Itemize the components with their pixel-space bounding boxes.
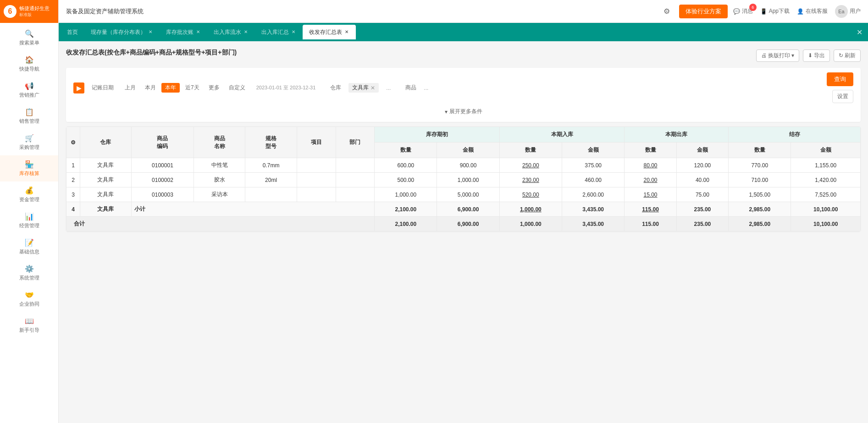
online-service-label: 在线客服: [806, 7, 828, 15]
header-actions: 🖨 换版打印 ▾ ⬇ 导出 ↻ 刷新: [756, 49, 861, 62]
tab-in-out-summary-close[interactable]: ✕: [291, 29, 296, 35]
table-row: 3 文具库 0100003 采访本 1,000.00 5,000.00 520.…: [66, 187, 861, 202]
finance-icon: 💰: [25, 186, 34, 195]
sidebar-item-label-basic-info: 基础信息: [19, 248, 39, 255]
print-btn[interactable]: 🖨 换版打印 ▾: [756, 49, 799, 62]
sidebar-item-purchase[interactable]: 🛒采购管理: [0, 129, 58, 155]
tabs-close-all[interactable]: ✕: [853, 28, 866, 37]
col-balance-amount-header: 金额: [791, 143, 861, 158]
query-btn[interactable]: 查询: [827, 72, 853, 86]
subtotal-out-qty[interactable]: 115.00: [625, 202, 676, 217]
refresh-btn[interactable]: ↻ 刷新: [834, 49, 861, 62]
filter-row-1: ▶ 记账日期 上月 本月 本年 近7天 更多 自定义 2023-01-01 至 …: [73, 72, 853, 103]
tab-batch-account-close[interactable]: ✕: [195, 29, 201, 35]
row-project: [297, 158, 336, 173]
row-goods-code: 0100001: [131, 158, 194, 173]
goods-more[interactable]: ...: [424, 85, 428, 91]
tab-in-out-flow[interactable]: 出入库流水 ✕: [207, 25, 255, 39]
tab-receive-summary-label: 收发存汇总表: [309, 28, 342, 36]
total-out-qty: 115.00: [625, 217, 676, 231]
date-btn-this-year[interactable]: 本年: [161, 83, 180, 93]
tab-receive-summary-close[interactable]: ✕: [344, 29, 349, 35]
sidebar-item-sales[interactable]: 📋销售管理: [0, 103, 58, 129]
sidebar-item-enterprise[interactable]: 🤝企业协同: [0, 286, 58, 312]
print-label: 换版打印: [768, 52, 790, 60]
basic-info-icon: 📝: [25, 238, 34, 247]
sidebar-item-operation[interactable]: 📊经营管理: [0, 208, 58, 234]
row-in-qty[interactable]: 520.00: [499, 187, 562, 202]
sidebar-item-search[interactable]: 🔍搜索菜单: [0, 25, 58, 51]
sidebar-item-finance[interactable]: 💰资金管理: [0, 181, 58, 208]
total-out-amount: 235.00: [676, 217, 728, 231]
sidebar-item-label-sales: 销售管理: [19, 118, 39, 125]
row-out-qty[interactable]: 15.00: [625, 187, 676, 202]
date-btn-last-month[interactable]: 上月: [121, 83, 139, 93]
col-in-header: 本期入库: [499, 127, 625, 143]
toggle-btn[interactable]: ▶: [73, 82, 84, 93]
total-balance-amount: 10,100.00: [791, 217, 861, 231]
tab-inventory-dist[interactable]: 现存量（库存分布表） ✕: [84, 25, 160, 39]
row-out-qty[interactable]: 80.00: [625, 158, 676, 173]
row-goods-spec: [245, 187, 297, 202]
date-range-text: 2023-01-01 至 2023-12-31: [256, 84, 316, 91]
total-in-amount: 3,435.00: [562, 217, 625, 231]
sidebar-item-marketing[interactable]: 📢营销推广: [0, 77, 58, 103]
warehouse-more[interactable]: ...: [386, 85, 391, 91]
tab-receive-summary[interactable]: 收发存汇总表 ✕: [303, 25, 356, 39]
subtotal-label: 小计: [131, 202, 374, 217]
row-no: 1: [66, 158, 80, 173]
settings-btn[interactable]: 设置: [832, 90, 853, 103]
row-in-amount: 460.00: [562, 173, 625, 187]
guide-icon: 📖: [25, 317, 34, 325]
tab-in-out-flow-close[interactable]: ✕: [243, 29, 249, 35]
row-in-qty[interactable]: 230.00: [499, 173, 562, 187]
sidebar-item-label-operation: 经营管理: [19, 222, 39, 229]
row-goods-code: 0100003: [131, 187, 194, 202]
sidebar-item-inventory[interactable]: 🏪库存核算: [0, 155, 58, 181]
col-goods-code-header: 商品编码: [131, 127, 194, 158]
app-download-btn[interactable]: 📱 App下载: [760, 7, 790, 15]
sidebar-item-guide[interactable]: 📖新手引导: [0, 312, 58, 338]
refresh-label: 刷新: [845, 52, 856, 60]
experience-btn[interactable]: 体验行业方案: [679, 5, 728, 18]
data-table: ⚙ 仓库 商品编码 商品名称 规格型号 项目 部门 库存期初 本期入库 本期出库…: [66, 126, 861, 231]
row-dept: [336, 158, 374, 173]
row-opening-amount: 900.00: [437, 158, 499, 173]
user-btn[interactable]: Ea 用户: [835, 5, 861, 18]
export-btn[interactable]: ⬇ 导出: [803, 49, 830, 62]
warehouse-tag-close[interactable]: ✕: [370, 85, 375, 91]
sidebar-item-label-marketing: 营销推广: [19, 92, 39, 99]
expand-more-btn[interactable]: ▾ 展开更多条件: [73, 106, 853, 117]
date-btn-custom[interactable]: 自定义: [225, 83, 249, 93]
subtotal-in-qty[interactable]: 1,000.00: [499, 202, 562, 217]
online-service-btn[interactable]: 👤 在线客服: [797, 7, 828, 15]
tab-inventory-dist-close[interactable]: ✕: [148, 29, 153, 35]
col-settings-header[interactable]: ⚙: [66, 127, 80, 158]
date-btn-7days[interactable]: 近7天: [182, 83, 203, 93]
sidebar-item-basic-info[interactable]: 📝基础信息: [0, 234, 58, 260]
sidebar-item-system[interactable]: ⚙️系统管理: [0, 260, 58, 286]
chevron-down-icon: ▾: [791, 52, 794, 59]
row-in-qty[interactable]: 250.00: [499, 158, 562, 173]
row-out-qty[interactable]: 20.00: [625, 173, 676, 187]
sidebar-item-quick-nav[interactable]: 🏠快捷导航: [0, 51, 58, 77]
total-row: 合计 2,100.00 6,900.00 1,000.00 3,435.00 1…: [66, 217, 861, 231]
tab-batch-account[interactable]: 库存批次账 ✕: [160, 25, 207, 39]
gear-icon[interactable]: ⚙: [663, 7, 670, 16]
row-goods-name: 采访本: [194, 187, 245, 202]
subtotal-in-amount: 3,435.00: [562, 202, 625, 217]
tab-home[interactable]: 首页: [61, 25, 84, 39]
tab-in-out-summary[interactable]: 出入库汇总 ✕: [255, 25, 303, 39]
row-out-amount: 75.00: [676, 187, 728, 202]
subtotal-out-amount: 235.00: [676, 202, 728, 217]
warehouse-tag: 文具库 ✕: [348, 83, 379, 93]
message-btn[interactable]: 💬 消息 6: [733, 7, 753, 15]
sales-icon: 📋: [25, 108, 34, 116]
app-download-label: App下载: [769, 7, 790, 15]
subtotal-opening-amount: 6,900.00: [437, 202, 499, 217]
row-goods-name: 中性笔: [194, 158, 245, 173]
date-btn-more[interactable]: 更多: [205, 83, 223, 93]
expand-label: 展开更多条件: [449, 108, 482, 115]
total-opening-qty: 2,100.00: [375, 217, 437, 231]
date-btn-this-month[interactable]: 本月: [141, 83, 160, 93]
